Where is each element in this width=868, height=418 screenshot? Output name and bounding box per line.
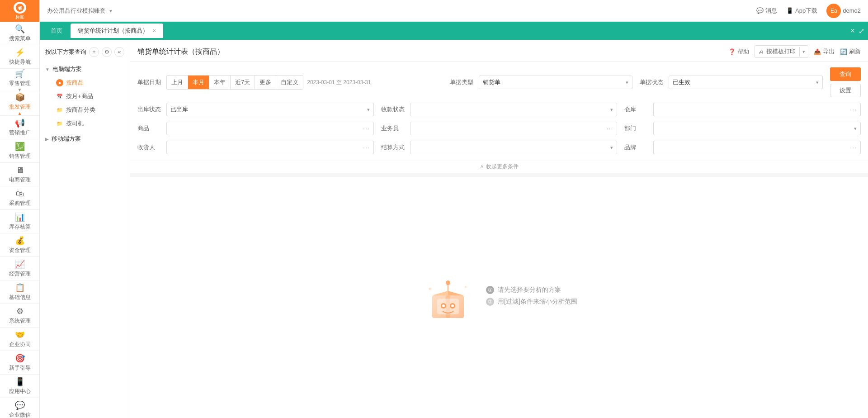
payment-label: 结算方式 [381,143,406,152]
collapse-bar[interactable]: ∧ 收起更多条件 [130,160,868,173]
refresh-button[interactable]: 🔄 刷新 [840,48,861,56]
message-action[interactable]: 💬 消息 [756,7,777,15]
sidebar-item-system[interactable]: ⚙ 系统管理 [0,304,39,328]
date-tab-current-month[interactable]: 本月 [188,76,209,89]
tip-num-1: ① [486,286,494,294]
sidebar-item-marketing[interactable]: 📢 营销推广 [0,116,39,139]
status-select[interactable]: 已生效 ▾ [669,76,823,89]
sidebar-item-wholesale[interactable]: 📦 批发管理 ▲ [0,92,39,116]
panel-actions: + ⚙ « [89,47,124,57]
tree-mobile-expand-arrow: ▶ [45,137,49,142]
sidebar-item-basic[interactable]: 📋 基础信息 [0,280,39,304]
retail-icon: 🛒 [15,69,25,79]
sidebar-item-purchase[interactable]: 🛍 采购管理 [0,186,39,210]
tree-item-by-product[interactable]: ● 按商品 [40,76,130,90]
date-filter-group: 单据日期 上月 本月 本年 近7天 更多 自定义 2023-03-01 至 20… [137,75,443,90]
empty-tip-1: ① 请先选择要分析的方案 [486,286,577,294]
sidebar-item-retail[interactable]: 🛒 零售管理 ▼ [0,69,39,92]
date-tab-prev-month[interactable]: 上月 [167,76,188,89]
window-expand-button[interactable]: ⤢ [859,27,864,35]
staff-more-dots: ··· [607,125,613,132]
date-tab-more[interactable]: 更多 [255,76,276,89]
tree-section: ▼ 电脑端方案 ● 按商品 📅 按月+商品 📁 按商品分类 📁 按司机 [40,61,130,147]
payment-dropdown-arrow: ▾ [610,145,613,151]
sidebar-item-system-label: 系统管理 [9,317,31,325]
purchase-icon: 🛍 [16,189,24,199]
print-icon: 🖨 [759,48,764,55]
collapse-label: ∧ 收起更多条件 [480,163,518,170]
sidebar-item-appstore[interactable]: 📱 应用中心 [0,375,39,398]
tab-home[interactable]: 首页 [43,24,70,38]
payment-select[interactable]: ▾ [410,141,618,154]
app-download-label: App下载 [795,7,817,15]
tab-current-label: 销货单统计计划（按商品） [78,27,148,35]
print-button[interactable]: 🖨 按模板打印 [755,46,799,57]
sidebar-item-ops[interactable]: 📈 经营管理 [0,257,39,280]
tab-current[interactable]: 销货单统计计划（按商品） × [71,24,163,38]
warehouse-select[interactable]: ··· [653,103,861,116]
tree-month-icon: 📅 [56,93,63,100]
sidebar-item-inventory[interactable]: 📊 库存核算 [0,210,39,233]
tree-item-by-category[interactable]: 📁 按商品分类 [40,103,130,117]
dept-label: 部门 [624,124,650,133]
date-tab-year[interactable]: 本年 [209,76,231,89]
top-header: 办公用品行业模拟账套 ▾ 💬 消息 📱 App下载 Ea demo2 [40,0,868,22]
message-icon: 💬 [756,7,764,14]
panel-add-button[interactable]: + [89,47,99,57]
print-dropdown-button[interactable]: ▾ [799,47,808,57]
tree-category-icon: 📁 [56,106,63,114]
logo-icon: 畅 [14,2,26,14]
tab-close-button[interactable]: × [153,28,156,34]
paystatus-label: 收款状态 [381,105,406,114]
sidebar-item-collab[interactable]: 🤝 企业协同 [0,328,39,351]
sidebar-item-ecom[interactable]: 🖥 电商管理 [0,163,39,186]
wechat-icon: 💬 [15,400,25,410]
help-button[interactable]: ❓ 帮助 [728,48,749,56]
receiver-select[interactable]: ··· [166,141,374,154]
sidebar-item-purchase-label: 采购管理 [9,200,31,207]
brand-select[interactable]: ··· [653,141,861,154]
query-button[interactable]: 查询 [830,67,861,81]
window-close-button[interactable]: × [850,26,855,36]
product-select[interactable]: ··· [166,122,374,135]
marketing-icon: 📢 [15,118,25,128]
collab-icon: 🤝 [15,330,25,340]
finance-icon: 💰 [15,236,25,246]
settings-button[interactable]: 设置 [830,84,861,97]
date-tab-7days[interactable]: 近7天 [231,76,255,89]
workspace-dropdown[interactable]: ▾ [109,8,112,14]
expand-arrow: ▼ [18,87,22,92]
sidebar-item-finance[interactable]: 💰 资金管理 [0,233,39,257]
sidebar-item-sales[interactable]: 💹 销售管理 [0,139,39,163]
date-tabs: 上月 本月 本年 近7天 更多 自定义 [166,75,303,90]
app-download-action[interactable]: 📱 App下载 [786,7,817,15]
ops-icon: 📈 [15,259,25,269]
sidebar-item-inventory-label: 库存核算 [9,223,31,231]
sidebar-item-guide[interactable]: 🎯 新手引导 [0,351,39,375]
staff-select[interactable]: ··· [410,122,618,135]
basic-icon: 📋 [15,283,25,293]
panel-settings-button[interactable]: ⚙ [102,47,112,57]
user-action[interactable]: Ea demo2 [826,4,861,18]
outstatus-select[interactable]: 已出库 ▾ [166,103,374,116]
tree-item-by-driver[interactable]: 📁 按司机 [40,117,130,130]
inventory-icon: 📊 [15,212,25,222]
export-label: 导出 [823,48,835,56]
tab-bar: 首页 销货单统计计划（按商品） × × ⤢ [40,22,868,40]
sidebar-item-wechat[interactable]: 💬 企业微信 [0,398,39,418]
sidebar-item-search[interactable]: 🔍 搜索菜单 [0,22,39,45]
tree-by-driver-label: 按司机 [66,119,84,128]
brand-filter-group: 品牌 ··· [624,141,861,154]
dept-select[interactable]: ▾ [653,122,861,135]
panel-collapse-button[interactable]: « [114,47,124,57]
date-tab-custom[interactable]: 自定义 [276,76,303,89]
export-button[interactable]: 📤 导出 [814,48,835,56]
header-left: 办公用品行业模拟账套 ▾ [47,7,112,15]
svg-marker-4 [448,291,464,295]
doctype-select[interactable]: 销货单 ▾ [479,76,633,89]
tree-item-by-month-product[interactable]: 📅 按月+商品 [40,90,130,103]
paystatus-select[interactable]: ▾ [410,103,618,116]
tab-home-label: 首页 [51,27,62,35]
status-label: 单据状态 [640,78,665,86]
sidebar-item-quick[interactable]: ⚡ 快捷导航 [0,45,39,69]
